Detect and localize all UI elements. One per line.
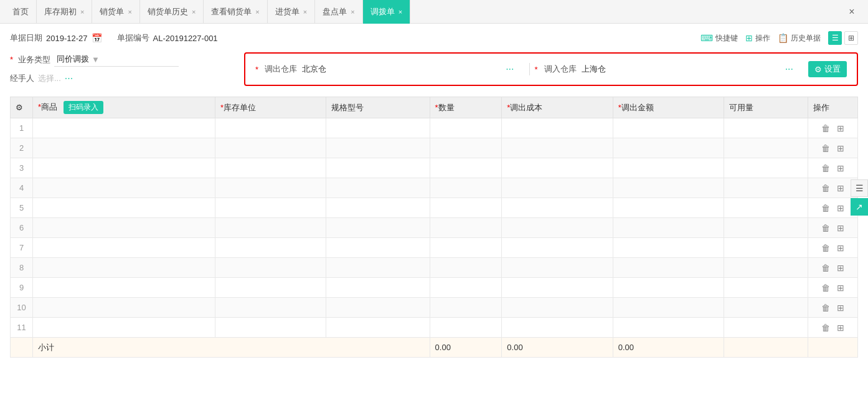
delete-icon[interactable]: 🗑 xyxy=(819,282,832,294)
float-list-icon[interactable]: ☰ xyxy=(851,179,868,197)
settings-gear-icon: ⚙ xyxy=(814,65,822,74)
transfer-in-group: * 调入仓库 上海仓 ··· xyxy=(535,64,804,75)
tab-homepage[interactable]: 首页 xyxy=(5,0,37,24)
table-row: 10🗑⊞ xyxy=(11,298,858,318)
copy-icon[interactable]: ⊞ xyxy=(834,182,847,194)
delete-icon[interactable]: 🗑 xyxy=(819,142,832,155)
subtotal-row: 小计 0.00 0.00 0.00 xyxy=(11,338,858,358)
scan-button[interactable]: 扫码录入 xyxy=(64,101,103,114)
layout-icons: ☰ ⊞ xyxy=(828,31,858,45)
warehouse-box: * 调出仓库 北京仓 ··· * 调入仓库 上海仓 ··· ⚙ 设置 xyxy=(244,52,858,86)
th-unit: *库存单位 xyxy=(215,97,326,118)
table-row: 3🗑⊞ xyxy=(11,158,858,178)
tab-inventory-init[interactable]: 库存期初 × xyxy=(37,0,92,24)
delete-icon[interactable]: 🗑 xyxy=(819,202,832,214)
subtotal-qty: 0.00 xyxy=(430,338,502,358)
person-label: 经手人 xyxy=(10,73,34,84)
delete-icon[interactable]: 🗑 xyxy=(819,321,832,334)
tab-close-stocktake[interactable]: × xyxy=(351,8,354,16)
tab-view-sales[interactable]: 查看销货单 × xyxy=(204,0,267,24)
copy-icon[interactable]: ⊞ xyxy=(834,222,847,234)
date-field-group: 单据日期 2019-12-27 📅 xyxy=(10,32,102,44)
tab-close-sales-history[interactable]: × xyxy=(192,8,196,16)
subtotal-cost: 0.00 xyxy=(502,338,613,358)
transfer-in-value[interactable]: 上海仓 xyxy=(582,64,606,75)
th-cost: *调出成本 xyxy=(502,97,613,118)
transfer-in-more-icon[interactable]: ··· xyxy=(785,64,793,75)
top-toolbar: 单据日期 2019-12-27 📅 单据编号 AL-20191227-001 ⌨… xyxy=(10,31,858,45)
ops-icon: ⊞ xyxy=(745,33,753,43)
subtotal-amount: 0.00 xyxy=(613,338,724,358)
delete-icon[interactable]: 🗑 xyxy=(819,242,832,254)
tab-bar: 首页 库存期初 × 销货单 × 销货单历史 × 查看销货单 × 进货单 × 盘点… xyxy=(0,0,868,24)
copy-icon[interactable]: ⊞ xyxy=(834,282,847,294)
tab-close-view-sales[interactable]: × xyxy=(255,8,259,16)
table-row: 5🗑⊞ xyxy=(11,198,858,218)
tab-close-transfer[interactable]: × xyxy=(399,8,402,16)
th-available: 可用量 xyxy=(724,97,808,118)
copy-icon[interactable]: ⊞ xyxy=(834,142,847,155)
transfer-out-label: 调出仓库 xyxy=(265,64,297,75)
date-value[interactable]: 2019-12-27 xyxy=(46,34,88,43)
layout-grid-icon[interactable]: ⊞ xyxy=(844,31,858,45)
copy-icon[interactable]: ⊞ xyxy=(834,122,847,135)
table-row: 1🗑⊞ xyxy=(11,118,858,138)
biz-type-label: 业务类型 xyxy=(18,54,50,65)
ops-btn[interactable]: ⊞ 操作 xyxy=(745,33,770,44)
table-row: 9🗑⊞ xyxy=(11,278,858,298)
shortcut-icon: ⌨ xyxy=(701,33,713,43)
biz-type-dropdown-icon[interactable]: ▼ xyxy=(92,55,100,64)
tab-close-purchase[interactable]: × xyxy=(303,8,307,16)
transfer-in-label: 调入仓库 xyxy=(544,64,577,75)
copy-icon[interactable]: ⊞ xyxy=(834,242,847,254)
person-input[interactable]: 选择... xyxy=(38,73,61,84)
float-expand-icon[interactable]: ↗ xyxy=(851,198,868,216)
tab-close-inventory-init[interactable]: × xyxy=(80,8,84,16)
delete-icon[interactable]: 🗑 xyxy=(819,302,832,314)
table-row: 8🗑⊞ xyxy=(11,258,858,278)
shortcut-btn[interactable]: ⌨ 快捷键 xyxy=(701,33,738,44)
tab-close-sales-order[interactable]: × xyxy=(128,8,131,16)
layout-list-icon[interactable]: ☰ xyxy=(828,31,842,45)
right-float-panel: ☰ ↗ xyxy=(851,179,868,216)
settings-button[interactable]: ⚙ 设置 xyxy=(808,61,847,77)
tab-purchase[interactable]: 进货单 × xyxy=(268,0,315,24)
table-container: ⚙ *商品 扫码录入 *库存单位 规格型号 *数量 *调出成本 *调出金额 可用… xyxy=(10,97,858,358)
copy-icon[interactable]: ⊞ xyxy=(834,162,847,174)
biz-type-input[interactable]: 同价调拨 ▼ xyxy=(54,52,179,67)
window-close-button[interactable]: × xyxy=(841,1,863,23)
th-product: *商品 扫码录入 xyxy=(33,97,215,118)
delete-icon[interactable]: 🗑 xyxy=(819,222,832,234)
transfer-out-more-icon[interactable]: ··· xyxy=(506,64,514,75)
th-amount: *调出金额 xyxy=(613,97,724,118)
th-spec: 规格型号 xyxy=(326,97,430,118)
copy-icon[interactable]: ⊞ xyxy=(834,202,847,214)
delete-icon[interactable]: 🗑 xyxy=(819,182,832,194)
doc-field-group: 单据编号 AL-20191227-001 xyxy=(117,32,218,44)
tab-sales-order[interactable]: 销货单 × xyxy=(92,0,139,24)
calendar-icon[interactable]: 📅 xyxy=(92,33,102,43)
doc-label: 单据编号 xyxy=(117,32,149,44)
history-btn[interactable]: 📋 历史单据 xyxy=(778,33,821,44)
table-row: 4🗑⊞ xyxy=(11,178,858,198)
delete-icon[interactable]: 🗑 xyxy=(819,122,832,135)
table-row: 2🗑⊞ xyxy=(11,138,858,158)
transfer-out-group: * 调出仓库 北京仓 ··· xyxy=(255,64,524,75)
tab-stocktake[interactable]: 盘点单 × xyxy=(315,0,362,24)
date-label: 单据日期 xyxy=(10,32,42,44)
delete-icon[interactable]: 🗑 xyxy=(819,162,832,174)
person-more-icon[interactable]: ··· xyxy=(65,73,73,84)
tab-sales-history[interactable]: 销货单历史 × xyxy=(140,0,204,24)
biz-type-field: * 业务类型 同价调拨 ▼ xyxy=(10,52,234,67)
tab-transfer[interactable]: 调拨单 × xyxy=(363,0,410,24)
table-row: 6🗑⊞ xyxy=(11,218,858,238)
copy-icon[interactable]: ⊞ xyxy=(834,262,847,274)
th-qty: *数量 xyxy=(430,97,502,118)
transfer-out-value[interactable]: 北京仓 xyxy=(302,64,326,75)
copy-icon[interactable]: ⊞ xyxy=(834,302,847,314)
delete-icon[interactable]: 🗑 xyxy=(819,262,832,274)
table-row: 7🗑⊞ xyxy=(11,238,858,258)
gear-th[interactable]: ⚙ xyxy=(11,97,33,118)
copy-icon[interactable]: ⊞ xyxy=(834,321,847,334)
table-row: 11🗑⊞ xyxy=(11,318,858,338)
